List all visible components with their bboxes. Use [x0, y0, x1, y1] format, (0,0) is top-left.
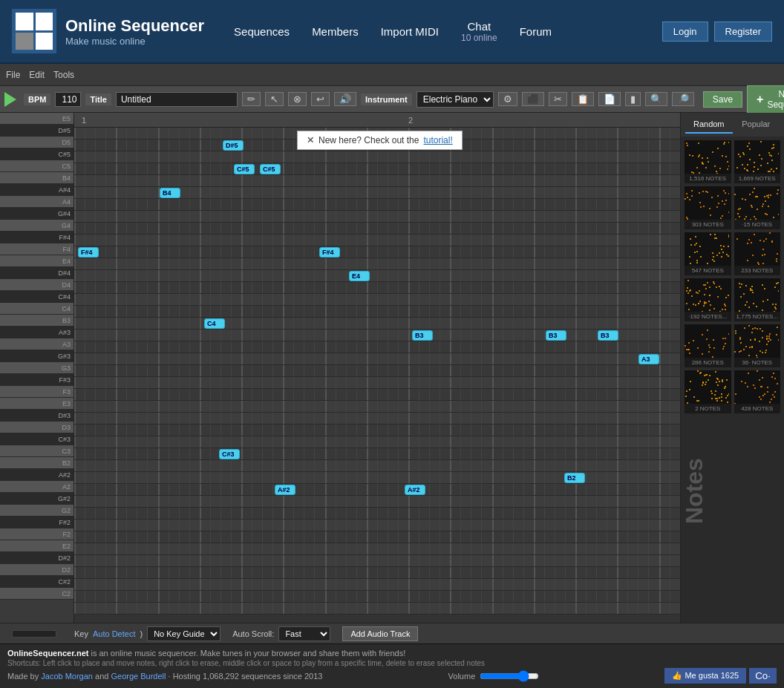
grid-row[interactable]	[74, 330, 680, 341]
piano-key-E2[interactable]: E2	[0, 540, 74, 552]
grid-row[interactable]	[74, 460, 680, 472]
sidebar-thumb-5[interactable]: 233 NOTES	[734, 232, 781, 275]
menu-tools[interactable]: Tools	[53, 70, 74, 80]
piano-key-G4[interactable]: G4	[0, 220, 74, 232]
author1-link[interactable]: Jacob Morgan	[41, 672, 93, 681]
grid-row[interactable]	[74, 235, 680, 246]
piano-key-D#3[interactable]: D#3	[0, 410, 74, 422]
tutorial-link[interactable]: tutorial!	[423, 135, 452, 145]
sequencer-grid-area[interactable]: 1 2 3 ✕ New here? Check out the tutorial…	[74, 113, 680, 623]
more-icon[interactable]: ▮	[625, 92, 641, 106]
grid-row[interactable]	[74, 365, 680, 377]
note-block[interactable]: B4	[160, 188, 180, 198]
grid-row[interactable]	[74, 413, 680, 425]
tab-random[interactable]: Random	[685, 116, 733, 134]
copy-icon[interactable]: 📋	[572, 92, 594, 106]
grid-row[interactable]	[74, 496, 680, 508]
note-block[interactable]: B2	[564, 473, 585, 483]
nav-import-midi[interactable]: Import MIDI	[381, 25, 439, 38]
grid-row[interactable]	[74, 579, 680, 591]
piano-key-G2[interactable]: G2	[0, 505, 74, 517]
sidebar-thumb-10[interactable]: 2 NOTES	[685, 370, 731, 413]
nav-chat[interactable]: Chat 10 online	[461, 20, 497, 43]
speaker-icon[interactable]: 🔊	[334, 92, 356, 106]
grid-row[interactable]	[74, 175, 680, 187]
piano-key-C#5[interactable]: C#5	[0, 148, 74, 160]
grid-row[interactable]	[74, 246, 680, 258]
horizontal-scrollbar[interactable]	[12, 630, 56, 638]
add-audio-track-button[interactable]: Add Audio Track	[342, 626, 418, 641]
title-input[interactable]	[116, 92, 238, 107]
piano-key-A2[interactable]: A2	[0, 481, 74, 493]
note-block[interactable]: C4	[204, 318, 225, 329]
piano-key-F2[interactable]: F2	[0, 528, 74, 540]
settings-icon[interactable]: ⚙	[498, 92, 517, 106]
note-block[interactable]: E4	[349, 271, 370, 281]
grid-row[interactable]	[74, 258, 680, 270]
note-block[interactable]: F#4	[319, 247, 340, 258]
piano-key-D2[interactable]: D2	[0, 564, 74, 576]
piano-key-E3[interactable]: E3	[0, 398, 74, 410]
piano-key-D5[interactable]: D5	[0, 137, 74, 148]
new-sequence-button[interactable]: New Sequence	[747, 85, 784, 114]
piano-key-D3[interactable]: D3	[0, 422, 74, 433]
sidebar-thumb-0[interactable]: 1,516 NOTES	[685, 140, 731, 183]
piano-key-A#2[interactable]: A#2	[0, 469, 74, 481]
grid-row[interactable]	[74, 591, 680, 603]
piano-key-F#4[interactable]: F#4	[0, 232, 74, 243]
auto-detect-label[interactable]: Auto Detect	[93, 629, 135, 638]
piano-key-F#2[interactable]: F#2	[0, 517, 74, 528]
instrument-select[interactable]: Electric Piano	[416, 91, 494, 108]
auto-scroll-select[interactable]: Fast Medium Slow Off	[278, 626, 330, 641]
author2-link[interactable]: George Burdell	[111, 672, 166, 681]
grid-row[interactable]	[74, 270, 680, 282]
grid-row[interactable]	[74, 341, 680, 353]
piano-key-D#5[interactable]: D#5	[0, 125, 74, 137]
sidebar-thumb-9[interactable]: 36· NOTES	[734, 324, 781, 367]
piano-key-A#4[interactable]: A#4	[0, 184, 74, 196]
grid-row[interactable]	[74, 211, 680, 223]
note-block[interactable]: B3	[598, 330, 618, 341]
nav-members[interactable]: Members	[312, 25, 359, 38]
grid-row[interactable]	[74, 531, 680, 543]
key-select[interactable]: No Key Guide C Major	[147, 626, 220, 641]
grid-row[interactable]	[74, 520, 680, 531]
grid-row[interactable]	[74, 318, 680, 330]
piano-key-A4[interactable]: A4	[0, 196, 74, 208]
pencil-icon[interactable]: ✏	[242, 92, 261, 106]
tab-popular[interactable]: Popular	[733, 116, 780, 134]
note-block[interactable]: F#4	[78, 247, 99, 258]
volume-slider[interactable]	[480, 670, 539, 682]
note-block[interactable]: A3	[638, 354, 659, 364]
piano-key-E5[interactable]: E5	[0, 113, 74, 125]
menu-file[interactable]: File	[6, 70, 20, 80]
grid-row[interactable]	[74, 484, 680, 496]
grid-row[interactable]	[74, 282, 680, 294]
piano-key-B4[interactable]: B4	[0, 172, 74, 184]
grid-row[interactable]	[74, 436, 680, 448]
play-button[interactable]	[4, 92, 16, 107]
piano-key-C5[interactable]: C5	[0, 160, 74, 172]
sidebar-thumb-4[interactable]: 547 NOTES	[685, 232, 731, 275]
piano-key-G#4[interactable]: G#4	[0, 208, 74, 220]
redo-icon[interactable]: ↩	[311, 92, 330, 106]
grid-row[interactable]	[74, 555, 680, 567]
grid-row[interactable]	[74, 353, 680, 365]
cut-icon[interactable]: ✂	[549, 92, 567, 106]
grid-row[interactable]	[74, 567, 680, 579]
register-button[interactable]: Register	[714, 22, 772, 42]
note-block[interactable]: B3	[546, 330, 566, 341]
piano-key-A#3[interactable]: A#3	[0, 327, 74, 338]
grid-row[interactable]	[74, 163, 680, 175]
grid-row[interactable]	[74, 472, 680, 484]
search-icon[interactable]: 🔍	[645, 92, 667, 106]
piano-key-B3[interactable]: B3	[0, 315, 74, 327]
piano-key-C#3[interactable]: C#3	[0, 433, 74, 445]
grid-row[interactable]	[74, 389, 680, 401]
nav-sequences[interactable]: Sequences	[234, 25, 290, 38]
piano-key-C4[interactable]: C4	[0, 303, 74, 315]
note-block[interactable]: A#2	[405, 485, 425, 495]
grid-row[interactable]	[74, 294, 680, 306]
grid-row[interactable]	[74, 151, 680, 163]
undo-icon[interactable]: ⊗	[288, 92, 307, 106]
